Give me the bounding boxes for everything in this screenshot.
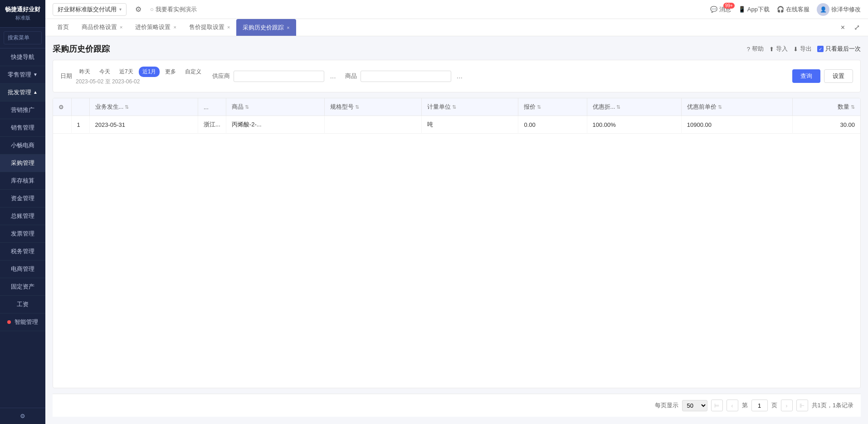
- tabs-close-button[interactable]: ×: [838, 23, 848, 33]
- wholesale-label: 批发管理: [8, 88, 31, 96]
- help-link[interactable]: ? 帮助: [747, 45, 764, 53]
- sidebar-item-quick-nav[interactable]: 快捷导航: [0, 48, 45, 66]
- tab-sale-price-close-icon[interactable]: ×: [227, 24, 230, 30]
- sidebar-item-finance[interactable]: 资金管理: [0, 190, 45, 207]
- sidebar-logo[interactable]: 畅捷通好业财 标准版: [0, 0, 45, 28]
- date-btn-yesterday[interactable]: 昨天: [76, 67, 94, 77]
- goods-filter-label: 商品: [345, 72, 357, 80]
- sidebar-item-ecommerce[interactable]: 电商管理: [0, 260, 45, 278]
- tabs-actions: × ⤢: [838, 22, 863, 33]
- date-btn-7days[interactable]: 近7天: [116, 67, 137, 77]
- only-latest-checkbox[interactable]: ✓: [817, 46, 824, 52]
- row-unit-cell: 吨: [421, 116, 518, 134]
- main-area: 好业财标准版交付试用 ▾ ⚙ ○ 我要看实例演示 💬 消息 99+ 📱 App下…: [45, 0, 868, 424]
- row-pre-discount-price-cell: 10900.00: [681, 116, 792, 134]
- query-button[interactable]: 查询: [792, 69, 820, 83]
- col-unit-sort-icon: ⇅: [452, 104, 456, 110]
- col-unit[interactable]: 计量单位 ⇅: [421, 98, 518, 116]
- online-service-button[interactable]: 🎧 在线客服: [777, 5, 809, 14]
- sidebar-item-tax[interactable]: 税务管理: [0, 243, 45, 260]
- supplier-more-icon[interactable]: ...: [328, 72, 337, 80]
- table-gear-icon[interactable]: ⚙: [59, 104, 64, 111]
- goods-input[interactable]: [361, 71, 451, 82]
- invoice-label: 发票管理: [11, 230, 34, 238]
- tab-home[interactable]: 首页: [51, 19, 75, 36]
- col-more[interactable]: ...: [198, 98, 226, 116]
- sidebar-item-assets[interactable]: 固定资产: [0, 278, 45, 296]
- tab-price-settings-close-icon[interactable]: ×: [120, 24, 122, 30]
- sidebar-item-salary[interactable]: 工资: [0, 296, 45, 313]
- per-page-label: 每页显示: [655, 401, 678, 410]
- app-download-button[interactable]: 📱 App下载: [738, 5, 770, 14]
- col-qty[interactable]: 数量 ⇅: [792, 98, 860, 116]
- sidebar-item-sales[interactable]: 销售管理: [0, 119, 45, 137]
- sidebar-item-purchase[interactable]: 采购管理: [0, 154, 45, 172]
- sidebar-item-ecommerce-small[interactable]: 小畅电商: [0, 137, 45, 154]
- supplier-filter-group: 供应商 ...: [212, 71, 337, 82]
- tab-home-label: 首页: [57, 23, 69, 31]
- tab-sale-price-label: 售价提取设置: [189, 23, 224, 31]
- tab-history-price[interactable]: 采购历史价跟踪 ×: [236, 19, 296, 36]
- retail-label: 零售管理: [8, 71, 31, 79]
- logo-sub: 标准版: [4, 14, 42, 21]
- topbar-setting-button[interactable]: ⚙: [132, 3, 145, 16]
- pagination-total-info: 共1页，1条记录: [812, 401, 853, 410]
- col-qty-sort-icon: ⇅: [851, 104, 855, 110]
- row-discount-cell: 100.00%: [587, 116, 681, 134]
- col-spec[interactable]: 规格型号 ⇅: [325, 98, 421, 116]
- import-link[interactable]: ⬆ 导入: [769, 45, 788, 53]
- date-btn-today[interactable]: 今天: [96, 67, 114, 77]
- tab-purchase-strategy[interactable]: 进价策略设置 ×: [129, 19, 182, 36]
- tab-history-price-label: 采购历史价跟踪: [243, 24, 284, 32]
- tab-price-settings[interactable]: 商品价格设置 ×: [75, 19, 129, 36]
- col-discount[interactable]: 优惠折... ⇅: [587, 98, 681, 116]
- app-download-label: App下载: [747, 5, 770, 14]
- data-table-container: ⚙ 业务发生... ⇅ ...: [53, 98, 861, 388]
- pagination-page-input[interactable]: [751, 400, 768, 411]
- tab-sale-price[interactable]: 售价提取设置 ×: [183, 19, 236, 36]
- date-btn-1month[interactable]: 近1月: [139, 67, 160, 77]
- col-pre-discount-price[interactable]: 优惠前单价 ⇅: [681, 98, 792, 116]
- sidebar-item-smart[interactable]: 智能管理: [0, 313, 45, 331]
- date-btn-more[interactable]: 更多: [161, 67, 180, 77]
- pagination-first-button[interactable]: ⊨: [711, 400, 723, 411]
- sidebar-settings-button[interactable]: ⚙: [0, 408, 45, 424]
- export-link[interactable]: ⬇ 导出: [793, 45, 812, 53]
- pagination-last-button[interactable]: ⊩: [796, 400, 808, 411]
- demo-button[interactable]: ○ 我要看实例演示: [150, 5, 197, 14]
- messages-button[interactable]: 💬 消息 99+: [710, 5, 731, 14]
- smart-label: 智能管理: [15, 318, 38, 326]
- tab-purchase-strategy-close-icon[interactable]: ×: [173, 24, 176, 30]
- col-quote[interactable]: 报价 ⇅: [518, 98, 587, 116]
- page-header: 采购历史价跟踪 ? 帮助 ⬆ 导入 ⬇ 导出 ✓ 只看最后一次: [53, 43, 861, 54]
- sidebar-item-wholesale[interactable]: 批发管理 ▲: [0, 84, 45, 101]
- user-button[interactable]: 👤 徐泽华修改: [817, 3, 861, 16]
- sidebar-item-inventory[interactable]: 库存核算: [0, 172, 45, 190]
- col-date[interactable]: 业务发生... ⇅: [89, 98, 198, 116]
- per-page-select[interactable]: 10 20 50 100: [682, 400, 707, 411]
- goods-more-icon[interactable]: ...: [455, 72, 464, 80]
- supplier-input[interactable]: [234, 71, 324, 82]
- retail-arrow: ▼: [33, 72, 38, 77]
- sidebar-item-accounting[interactable]: 总账管理: [0, 207, 45, 225]
- tabs-expand-button[interactable]: ⤢: [851, 22, 863, 33]
- only-latest-checkbox-label[interactable]: ✓ 只看最后一次: [817, 45, 861, 53]
- row-qty-cell: 30.00: [792, 116, 860, 134]
- marketing-label: 营销推广: [11, 106, 34, 114]
- col-quote-label: 报价: [524, 103, 536, 111]
- search-menu-button[interactable]: 搜索菜单: [4, 31, 42, 44]
- sidebar-item-invoice[interactable]: 发票管理: [0, 225, 45, 243]
- pagination-prev-button[interactable]: ‹: [727, 400, 738, 411]
- sidebar-item-retail[interactable]: 零售管理 ▼: [0, 66, 45, 84]
- export-label: 导出: [800, 45, 812, 53]
- settings-button[interactable]: 设置: [824, 69, 853, 83]
- date-btn-custom[interactable]: 自定义: [181, 67, 205, 77]
- pagination-next-button[interactable]: ›: [781, 400, 793, 411]
- version-selector[interactable]: 好业财标准版交付试用 ▾: [53, 3, 127, 16]
- tab-history-price-close-icon[interactable]: ×: [287, 25, 289, 30]
- sidebar-item-marketing[interactable]: 营销推广: [0, 101, 45, 119]
- col-discount-label: 优惠折...: [593, 103, 615, 111]
- col-goods[interactable]: 商品 ⇅: [226, 98, 325, 116]
- col-gear[interactable]: ⚙: [53, 98, 71, 116]
- sidebar-gear-icon: ⚙: [20, 413, 25, 419]
